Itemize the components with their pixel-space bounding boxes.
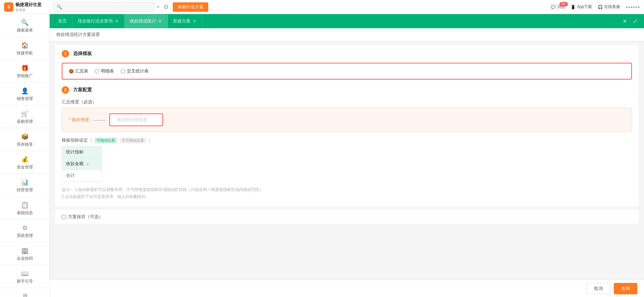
sidebar-item-marketing[interactable]: 🎁 营销推广	[0, 60, 49, 83]
cart-icon: 🛒	[21, 110, 29, 117]
sidebar-item-finance[interactable]: 💰 资金管理	[0, 151, 49, 174]
tab-stat-close[interactable]: ✕	[158, 18, 162, 24]
tips-line2: 2.点击标题栏下拉可设置排序、插入列和删除列	[62, 194, 632, 200]
person-icon: 👤	[21, 87, 29, 95]
step1-row: 1 选择模板	[62, 50, 632, 57]
step2-title: 方案配置	[73, 87, 92, 93]
sidebar-item-purchase[interactable]: 🛒 采购管理	[0, 105, 49, 128]
home-icon: 🏠	[21, 42, 29, 49]
step1-num: 1	[62, 50, 69, 57]
sidebar-item-label: 基础信息	[17, 210, 33, 216]
step2-row: 2 方案配置	[62, 86, 632, 94]
sidebar-item-label: 搜索菜单	[17, 28, 33, 33]
sidebar-item-hardware[interactable]: 🖥 智能硬件	[0, 288, 49, 297]
message-btn[interactable]: 💬 消息 99+	[551, 4, 565, 10]
sidebar-item-guide[interactable]: 📖 新手引导	[0, 265, 49, 288]
config-section: 汇总维度（必选） * 纵向维度 —— 请选择分组维度	[62, 99, 632, 132]
radio-cross-input[interactable]	[121, 69, 125, 73]
user-info: ●●●●●●	[626, 5, 640, 9]
sidebar-item-label: 企业协同	[17, 256, 33, 261]
sidebar-item-base[interactable]: 📋 基础信息	[0, 197, 49, 219]
tab-new[interactable]: 新建方案 ✕	[168, 14, 202, 28]
sidebar-item-label: 新手引导	[17, 279, 33, 284]
radio-cross[interactable]: 交叉统计表	[121, 68, 149, 74]
save-checkbox[interactable]	[62, 215, 66, 219]
logo-text: 畅捷通好生意	[15, 2, 42, 8]
logo: 6 畅捷通好生意 标准版	[4, 2, 51, 12]
step2-num: 2	[62, 86, 69, 94]
radio-detail-input[interactable]	[95, 69, 99, 73]
download-label: App下载	[577, 4, 592, 10]
indicator-group-label: 统计指标	[66, 149, 84, 155]
trial-button[interactable]: 体验行业方案	[173, 2, 208, 12]
sidebar-item-label: 销售管理	[17, 96, 33, 102]
save-label[interactable]: 方案保存（可选）	[62, 214, 632, 220]
radio-summary-label: 汇总表	[75, 68, 88, 74]
sidebar-item-label: 资金管理	[17, 164, 33, 170]
dim-placeholder: 请选择分组维度	[117, 117, 147, 122]
sidebar-item-inventory[interactable]: 📦 库存核算	[0, 128, 49, 151]
building-icon: 🏢	[21, 247, 29, 254]
sidebar-item-label: 快捷导航	[17, 50, 33, 56]
service-icon: 🎧	[598, 5, 603, 9]
tips-line1: 提示： 1.拖动标题栏可以调整布局，不可跨维度或指标区域拖动栏目段（只能在同一维…	[62, 187, 632, 193]
tips-section: 提示： 1.拖动标题栏可以调整布局，不可跨维度或指标区域拖动栏目段（只能在同一维…	[62, 187, 632, 200]
tag-movable: 可拖动位置	[95, 138, 117, 143]
indicator-col-header[interactable]: 收款金额 ∨	[62, 158, 102, 170]
sidebar: 🔍 搜索菜单 🏠 快捷导航 🎁 营销推广 👤 销售管理 🛒 采购管理 📦 库存核…	[0, 14, 50, 297]
tab-bar: 首页 现金银行流水查询 ✕ 收款情况统计 ✕ 新建方案 ✕ ✕ ⤢	[50, 14, 644, 28]
sidebar-item-search[interactable]: 🔍 搜索菜单	[0, 14, 49, 37]
money-icon: 💰	[21, 156, 29, 163]
tab-bank-close[interactable]: ✕	[115, 18, 119, 24]
dropdown-icon[interactable]: ▾	[157, 4, 159, 9]
box-icon: 📦	[21, 133, 29, 140]
gear-icon: ⚙	[22, 224, 28, 232]
download-btn[interactable]: 📱 App下载	[571, 4, 592, 10]
chart-icon: 📊	[21, 179, 29, 186]
sidebar-item-nav[interactable]: 🏠 快捷导航	[0, 37, 49, 60]
dim-area: * 纵向维度 —— 请选择分组维度	[62, 108, 632, 132]
service-btn[interactable]: 🎧 在线客服	[598, 4, 620, 10]
sidebar-item-label: 营销推广	[17, 73, 33, 79]
sidebar-item-operation[interactable]: 📊 经营管理	[0, 174, 49, 197]
indicator-row-label: 合计	[62, 170, 102, 182]
sidebar-item-label: 经营管理	[17, 187, 33, 193]
save-text: 方案保存（可选）	[68, 214, 103, 220]
save-section: 方案保存（可选）	[55, 210, 639, 224]
indicator-col-label: 收款金额	[66, 161, 84, 167]
indicator-dropdown-icon[interactable]: ∨	[86, 161, 90, 166]
radio-detail[interactable]: 明细表	[95, 68, 114, 74]
cancel-button[interactable]: 取消	[586, 283, 610, 294]
tab-right-actions: ✕ ⤢	[621, 14, 641, 28]
book-icon: 📖	[21, 270, 29, 277]
tab-bank[interactable]: 现金银行流水查询 ✕	[72, 14, 124, 28]
bottom-bar: 取消 查询	[50, 280, 644, 297]
page-header: 收款情况统计方案设置	[50, 28, 644, 41]
tab-home[interactable]: 首页	[52, 14, 72, 28]
info-icon: 📋	[21, 201, 29, 209]
tab-new-close[interactable]: ✕	[193, 18, 197, 24]
tab-stat[interactable]: 收款情况统计 ✕	[124, 14, 168, 28]
sidebar-item-label: 系统管理	[17, 233, 33, 239]
gift-icon: 🎁	[21, 64, 29, 72]
close-window-icon[interactable]: ✕	[621, 17, 628, 26]
sidebar-item-system[interactable]: ⚙ 系统管理	[0, 219, 49, 242]
query-button[interactable]: 查询	[614, 283, 637, 294]
sidebar-item-sales[interactable]: 👤 销售管理	[0, 83, 49, 105]
search-bar[interactable]: 🔍	[54, 2, 154, 12]
search-input[interactable]	[62, 5, 151, 9]
dim-select[interactable]: 请选择分组维度	[109, 113, 163, 126]
maximize-icon[interactable]: ⤢	[632, 17, 639, 26]
radio-cross-label: 交叉统计表	[127, 68, 149, 74]
sidebar-item-corp[interactable]: 🏢 企业协同	[0, 242, 49, 265]
gear-icon[interactable]: ⚙	[162, 2, 170, 12]
radio-summary-input[interactable]	[69, 69, 73, 73]
indicator-label: 模板指标设定 ( 可拖动位置 不可拖动位置 )	[62, 137, 632, 143]
tab-home-label: 首页	[58, 18, 67, 24]
sidebar-item-label: 库存核算	[17, 142, 33, 147]
search-icon: 🔍	[57, 4, 62, 9]
dim-row: * 纵向维度 —— 请选择分组维度	[69, 113, 163, 126]
radio-summary[interactable]: 汇总表	[69, 68, 88, 74]
indicator-group-header: 统计指标	[62, 146, 102, 158]
template-section: 汇总表 明细表 交叉统计表	[62, 63, 632, 80]
